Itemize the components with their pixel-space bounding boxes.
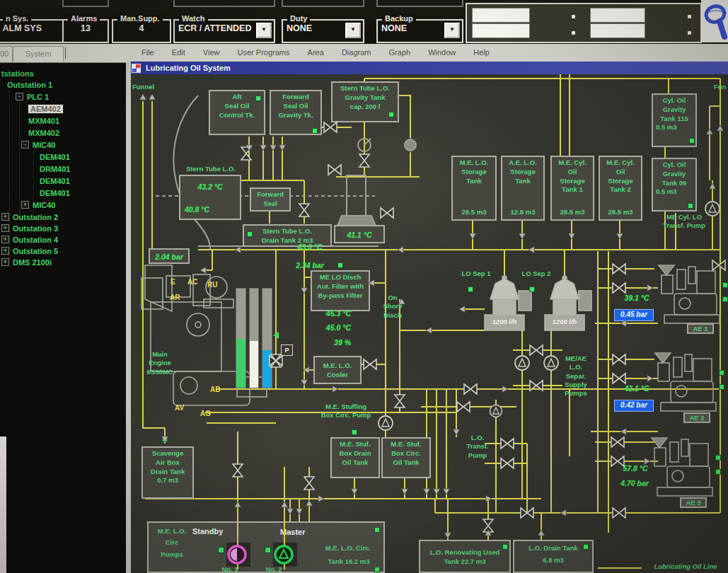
tree-item[interactable]: Outstation 1 (7, 79, 52, 90)
window-border (126, 61, 131, 573)
sidebar-tab-bar: 00 System (0, 44, 126, 63)
tree-item[interactable]: -PLC 1 (16, 91, 49, 102)
tree-item[interactable]: +MIC40 (21, 199, 55, 210)
group-label: n Sys. (3, 14, 31, 23)
tree-item[interactable]: DEM401 (40, 187, 70, 198)
master-pump-icon[interactable] (275, 546, 292, 563)
outstation-tree: tstations Outstation 1 -PLC 1 AEM402 MXM… (0, 64, 126, 573)
menu-window[interactable]: Window (428, 48, 456, 57)
tree-item[interactable]: DEM401 (40, 151, 70, 162)
standby-pump-icon[interactable] (229, 546, 245, 563)
tree-item[interactable]: +DMS 2100i (1, 257, 52, 267)
tree-item[interactable]: DRM401 (40, 163, 70, 174)
man-supp-group: Man.Supp. 4 (112, 19, 171, 43)
alarms-group: Alarms 13 (62, 19, 109, 43)
window-title: Lubricating Oil System (146, 64, 231, 72)
menu-user-programs[interactable]: User Programs (238, 48, 290, 57)
tree-item[interactable]: +Outstation 2 (1, 212, 58, 222)
symbols-layer (131, 74, 728, 573)
tree-item[interactable]: MXM401 (28, 115, 59, 126)
monitoring-screen: n Sys. . ALM SYS Alarms 13 Man.Supp. 4 W… (0, 0, 728, 573)
duty-dropdown-button[interactable]: ▼ (345, 23, 361, 38)
tab-system[interactable]: System (13, 46, 64, 62)
diagram-title-bar[interactable]: Lubricating Oil System (129, 62, 728, 74)
pump-icons[interactable] (379, 202, 720, 430)
tree-item-selected[interactable]: AEM402 (28, 103, 63, 114)
backup-group: Backup NONE ▼ (376, 19, 463, 43)
menu-view[interactable]: View (203, 48, 220, 57)
menu-area[interactable]: Area (308, 48, 324, 57)
group-label: Watch (179, 14, 208, 23)
group-label: Man.Supp. (117, 14, 163, 23)
menu-diagram[interactable]: Diagram (342, 48, 371, 57)
group-label: Alarms (68, 14, 100, 23)
blank-indicator-panel (466, 3, 702, 43)
window-icon (132, 64, 140, 72)
tree-item[interactable]: DEM401 (40, 175, 70, 186)
backup-dropdown-button[interactable]: ▼ (444, 23, 460, 38)
watch-group: Watch ECR / ATTENDED ▼ (173, 19, 275, 43)
tree-item[interactable]: MXM402 (28, 127, 59, 138)
logo-icon (701, 0, 728, 42)
tree-item[interactable]: +Outstation 3 (1, 223, 58, 233)
tree-item[interactable]: +Outstation 4 (1, 234, 58, 245)
flow-arrows (140, 94, 724, 538)
group-label: Backup (382, 14, 416, 23)
alarm-system-group: n Sys. . ALM SYS (0, 19, 64, 43)
tree-item[interactable]: -MIC40 (21, 139, 55, 150)
watch-dropdown-button[interactable]: ▼ (256, 23, 272, 38)
menu-file[interactable]: File (141, 48, 154, 57)
tree-item[interactable]: +Outstation 5 (1, 245, 58, 256)
menu-bar: File Edit View User Programs Area Diagra… (126, 44, 728, 62)
alarm-system-value: . ALM SYS (0, 23, 62, 33)
menu-edit[interactable]: Edit (172, 48, 185, 57)
menu-help[interactable]: Help (473, 48, 490, 57)
tab-partial[interactable]: 00 (0, 46, 13, 62)
alarms-count: 13 (64, 23, 108, 33)
lubricating-oil-diagram: Funnel Fun AftSeal OilControl Tk. Forwar… (131, 74, 728, 573)
valve-icons[interactable] (233, 122, 725, 532)
vendor-logo (701, 0, 728, 42)
duty-group: Duty NONE ▼ (282, 19, 364, 43)
menu-graph[interactable]: Graph (389, 48, 411, 57)
man-supp-count: 4 (113, 23, 170, 33)
monitor-bezel-artifact (0, 436, 6, 573)
outstation-sidebar: 00 System tstations Outstation 1 -PLC 1 … (0, 44, 126, 573)
tree-item[interactable]: tstations (1, 68, 34, 79)
group-label: Duty (287, 14, 310, 23)
alarm-status-bar: n Sys. . ALM SYS Alarms 13 Man.Supp. 4 W… (0, 0, 728, 44)
